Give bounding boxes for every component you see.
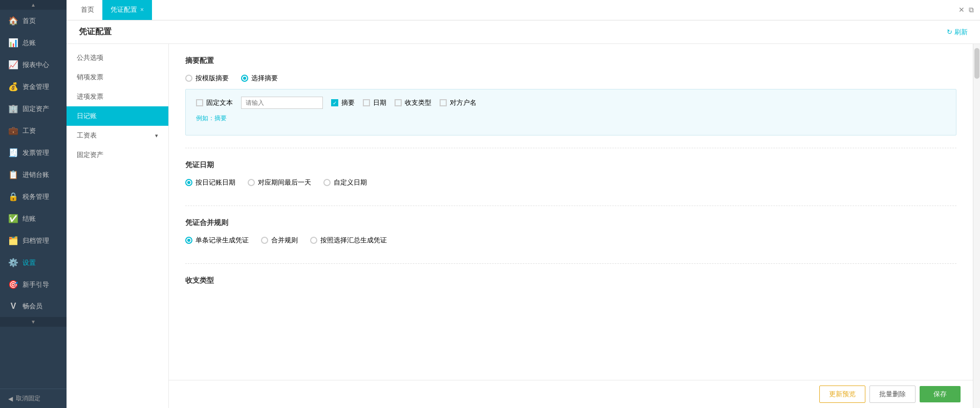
chevron-down-icon: ▾	[155, 132, 158, 139]
checkbox-fixed-text-btn[interactable]	[196, 99, 203, 106]
sidebar-item-vip[interactable]: V 畅会员	[0, 296, 67, 317]
radio-journal-date-btn[interactable]	[185, 179, 192, 186]
tab-home[interactable]: 首页	[73, 0, 102, 20]
summary-radio-template[interactable]: 按模版摘要	[185, 74, 229, 83]
merge-radio-rule[interactable]: 合并规则	[261, 236, 298, 245]
summary-config-box: 固定文本 ✓ 摘要 日期	[185, 89, 956, 135]
left-nav-common[interactable]: 公共选项	[67, 48, 168, 67]
ledger-icon: 📊	[8, 38, 18, 48]
radio-period-last-btn[interactable]	[248, 179, 255, 186]
left-nav: 公共选项 销项发票 进项发票 日记账 工资表 ▾ 固定资产	[67, 44, 169, 408]
checkbox-income-type[interactable]: 收支类型	[395, 98, 431, 107]
vip-icon: V	[8, 302, 18, 311]
page-title: 凭证配置	[79, 27, 112, 37]
tab-close-icon[interactable]: ×	[140, 6, 144, 13]
checkbox-date[interactable]: 日期	[363, 98, 386, 107]
scroll-track[interactable]	[973, 44, 980, 408]
window-restore-icon[interactable]: ⧉	[969, 6, 974, 14]
checkbox-fixed-text[interactable]: 固定文本	[196, 98, 233, 107]
date-radio-custom[interactable]: 自定义日期	[323, 178, 367, 187]
tax-icon: 🔒	[8, 192, 18, 201]
sidebar: ▲ 🏠 首页 📊 总账 📈 报表中心 💰 资金管理 🏢 固定资产 💼 工资 🧾 …	[0, 0, 67, 408]
window-close-icon[interactable]: ✕	[959, 6, 965, 14]
example-row: 例如：摘要	[196, 114, 946, 123]
income-type-title: 收支类型	[185, 276, 956, 285]
radio-single-record-btn[interactable]	[185, 237, 192, 244]
sidebar-item-ledger[interactable]: 📊 总账	[0, 32, 67, 54]
summary-radio-select[interactable]: 选择摘要	[241, 74, 278, 83]
sidebar-item-stock[interactable]: 📋 进销台账	[0, 164, 67, 186]
summary-title: 摘要配置	[185, 56, 956, 65]
radio-custom-date-btn[interactable]	[323, 179, 331, 186]
stock-icon: 📋	[8, 170, 18, 179]
radio-aggregate-btn[interactable]	[310, 237, 317, 244]
sidebar-scroll-up[interactable]: ▲	[0, 0, 67, 10]
save-button[interactable]: 保存	[920, 386, 961, 402]
example-label: 例如：摘要	[196, 114, 227, 123]
capital-icon: 💰	[8, 82, 18, 92]
invoice-icon: 🧾	[8, 148, 18, 157]
radio-select-btn[interactable]	[241, 75, 248, 82]
tab-bar: 首页 凭证配置 × ✕ ⧉	[67, 0, 980, 20]
radio-merge-rule-btn[interactable]	[261, 237, 268, 244]
sidebar-scroll-down[interactable]: ▼	[0, 317, 67, 327]
page-header: 凭证配置 ↻ 刷新	[67, 20, 980, 44]
date-radio-journal[interactable]: 按日记账日期	[185, 178, 235, 187]
sidebar-item-settings[interactable]: ⚙️ 设置	[0, 252, 67, 274]
archive-icon: 🗂️	[8, 236, 18, 245]
sidebar-item-capital[interactable]: 💰 资金管理	[0, 76, 67, 98]
checkbox-date-btn[interactable]	[363, 99, 370, 106]
batch-delete-button[interactable]: 批量删除	[869, 386, 916, 403]
tab-bar-actions: ✕ ⧉	[959, 6, 974, 14]
assets-icon: 🏢	[8, 104, 18, 114]
sidebar-item-invoice[interactable]: 🧾 发票管理	[0, 142, 67, 164]
income-type-section: 收支类型	[185, 276, 956, 306]
sidebar-item-home[interactable]: 🏠 首页	[0, 10, 67, 32]
right-content: 摘要配置 按模版摘要 选择摘要	[169, 44, 973, 380]
summary-radio-group: 按模版摘要 选择摘要	[185, 74, 956, 83]
sidebar-item-salary[interactable]: 💼 工资	[0, 120, 67, 142]
date-title: 凭证日期	[185, 161, 956, 170]
reports-icon: 📈	[8, 60, 18, 70]
sidebar-item-archive[interactable]: 🗂️ 归档管理	[0, 230, 67, 252]
checkbox-summary-btn[interactable]: ✓	[331, 99, 338, 106]
refresh-icon: ↻	[947, 28, 952, 36]
sidebar-item-guide[interactable]: 🎯 新手引导	[0, 274, 67, 296]
left-nav-payroll[interactable]: 工资表 ▾	[67, 126, 168, 145]
left-nav-purchase[interactable]: 进项发票	[67, 87, 168, 106]
unpin-icon: ◀	[8, 395, 13, 402]
date-section: 凭证日期 按日记账日期 对应期间最后一天 自定义日期	[185, 161, 956, 206]
summary-section: 摘要配置 按模版摘要 选择摘要	[185, 56, 956, 148]
tab-voucher-config[interactable]: 凭证配置 ×	[102, 0, 152, 20]
salary-icon: 💼	[8, 126, 18, 135]
sidebar-item-tax[interactable]: 🔒 税务管理	[0, 186, 67, 208]
merge-radio-group: 单条记录生成凭证 合并规则 按照选择汇总生成凭证	[185, 236, 956, 245]
date-radio-period-last[interactable]: 对应期间最后一天	[248, 178, 311, 187]
sidebar-item-reports[interactable]: 📈 报表中心	[0, 54, 67, 76]
date-radio-group: 按日记账日期 对应期间最后一天 自定义日期	[185, 178, 956, 187]
merge-title: 凭证合并规则	[185, 218, 956, 228]
fixed-text-input[interactable]	[241, 97, 323, 109]
left-nav-sales[interactable]: 销项发票	[67, 67, 168, 87]
sidebar-item-close[interactable]: ✅ 结账	[0, 208, 67, 230]
merge-radio-single[interactable]: 单条记录生成凭证	[185, 236, 249, 245]
sidebar-unpin[interactable]: ◀ 取消固定	[0, 389, 67, 408]
merge-radio-aggregate[interactable]: 按照选择汇总生成凭证	[310, 236, 387, 245]
checkbox-income-type-btn[interactable]	[395, 99, 402, 106]
main-area: 首页 凭证配置 × ✕ ⧉ 凭证配置 ↻ 刷新 公共选项 销项发票 进项	[67, 0, 980, 408]
merge-section: 凭证合并规则 单条记录生成凭证 合并规则 按照选择汇总生成凭证	[185, 218, 956, 264]
left-nav-fixed-assets[interactable]: 固定资产	[67, 145, 168, 165]
update-preview-button[interactable]: 更新预览	[819, 386, 865, 403]
left-nav-journal[interactable]: 日记账	[67, 106, 168, 126]
scroll-thumb[interactable]	[974, 48, 979, 79]
checkbox-counterpart-btn[interactable]	[440, 99, 447, 106]
guide-icon: 🎯	[8, 280, 18, 289]
home-icon: 🏠	[8, 16, 18, 26]
sidebar-item-assets[interactable]: 🏢 固定资产	[0, 98, 67, 120]
checkbox-summary[interactable]: ✓ 摘要	[331, 98, 355, 107]
radio-template-btn[interactable]	[185, 75, 192, 82]
refresh-button[interactable]: ↻ 刷新	[947, 28, 968, 37]
settings-icon: ⚙️	[8, 258, 18, 267]
close-account-icon: ✅	[8, 214, 18, 223]
checkbox-counterpart[interactable]: 对方户名	[440, 98, 476, 107]
